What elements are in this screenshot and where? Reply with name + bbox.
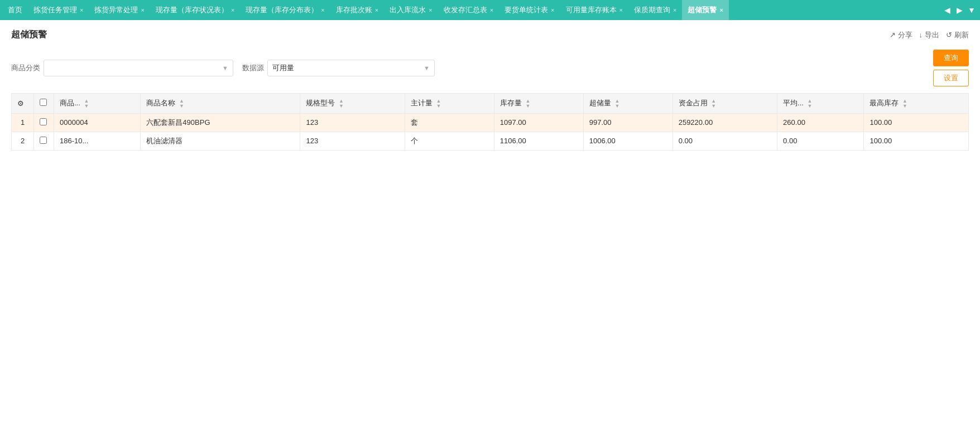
nav-item-------[interactable]: 拣货异常处理× xyxy=(89,0,150,20)
datasource-filter-group: 数据源 可用量 ▼ xyxy=(242,60,435,76)
td-checkbox[interactable] xyxy=(34,132,54,150)
datasource-value: 可用量 xyxy=(272,63,294,73)
close-tab-icon[interactable]: × xyxy=(429,7,432,13)
table-row: 2186-10...机油滤清器123个1106.001006.000.000.0… xyxy=(12,132,969,150)
nav-item------[interactable]: 保质期查询× xyxy=(628,0,682,20)
td-spec: 123 xyxy=(300,113,405,132)
td-name: 六配套新昌490BPG xyxy=(141,113,300,132)
td-capital: 0.00 xyxy=(672,132,777,150)
share-icon: ↗ xyxy=(890,31,896,39)
query-button[interactable]: 查询 xyxy=(933,50,969,66)
nav-prev-button[interactable]: ◀ xyxy=(941,0,953,20)
close-tab-icon[interactable]: × xyxy=(490,7,493,13)
top-navigation: 首页拣货任务管理×拣货异常处理×现存量（库存状况表）×现存量（库存分布表）×库存… xyxy=(0,0,980,20)
nav-item-label: 现存量（库存分布表） xyxy=(246,5,318,15)
data-table: ⚙ 商品... ▲▼ 商品名称 ▲▼ 规格型号 ▲▼ 主计 xyxy=(11,93,969,151)
nav-item-------[interactable]: 收发存汇总表× xyxy=(438,0,499,20)
td-index: 1 xyxy=(12,113,34,132)
th-spec[interactable]: 规格型号 ▲▼ xyxy=(300,94,405,114)
th-settings[interactable]: ⚙ xyxy=(12,94,34,114)
sort-name-icon: ▲▼ xyxy=(179,99,184,109)
td-avg: 260.00 xyxy=(777,113,864,132)
close-tab-icon[interactable]: × xyxy=(551,7,554,13)
th-code[interactable]: 商品... ▲▼ xyxy=(54,94,141,114)
nav-item-----[interactable]: 超储预警× xyxy=(682,0,728,20)
refresh-icon: ↺ xyxy=(946,31,952,39)
sort-capital-icon: ▲▼ xyxy=(711,99,716,109)
th-maxstock[interactable]: 最高库存 ▲▼ xyxy=(864,94,969,114)
td-name: 机油滤清器 xyxy=(141,132,300,150)
td-unit: 套 xyxy=(405,113,494,132)
filter-row: 商品分类 ▼ 数据源 可用量 ▼ 查询 设置 xyxy=(11,50,969,86)
export-icon: ↓ xyxy=(919,31,923,39)
th-avg[interactable]: 平均... ▲▼ xyxy=(777,94,864,114)
close-tab-icon[interactable]: × xyxy=(719,7,723,13)
datasource-select[interactable]: 可用量 ▼ xyxy=(267,60,435,76)
close-tab-icon[interactable]: × xyxy=(375,7,378,13)
nav-item-----------[interactable]: 现存量（库存状况表）× xyxy=(150,0,240,20)
close-tab-icon[interactable]: × xyxy=(231,7,234,13)
th-checkbox[interactable] xyxy=(34,94,54,114)
td-stock: 1097.00 xyxy=(494,113,583,132)
td-spec: 123 xyxy=(300,132,405,150)
sort-stock-icon: ▲▼ xyxy=(525,99,530,109)
nav-item-label: 收发存汇总表 xyxy=(444,5,487,15)
nav-item---[interactable]: 首页 xyxy=(2,0,28,20)
table-header-row: ⚙ 商品... ▲▼ 商品名称 ▲▼ 规格型号 ▲▼ 主计 xyxy=(12,94,969,114)
th-stock[interactable]: 库存量 ▲▼ xyxy=(494,94,583,114)
nav-item-----------[interactable]: 现存量（库存分布表）× xyxy=(240,0,330,20)
nav-item------[interactable]: 库存批次账× xyxy=(330,0,384,20)
title-actions: ↗ 分享 ↓ 导出 ↺ 刷新 xyxy=(890,30,969,40)
sort-unit-icon: ▲▼ xyxy=(436,99,441,109)
nav-item-label: 超储预警 xyxy=(688,5,717,15)
nav-item------[interactable]: 出入库流水× xyxy=(384,0,438,20)
nav-next-button[interactable]: ▶ xyxy=(953,0,965,20)
td-overflow: 1006.00 xyxy=(583,132,672,150)
nav-more-button[interactable]: ▼ xyxy=(965,0,978,20)
nav-item--------[interactable]: 可用量库存账本× xyxy=(560,0,628,20)
nav-item-------[interactable]: 要货单统计表× xyxy=(499,0,560,20)
category-filter-group: 商品分类 ▼ xyxy=(11,60,233,76)
sort-avg-icon: ▲▼ xyxy=(808,99,813,109)
nav-item-label: 保质期查询 xyxy=(634,5,670,15)
td-avg: 0.00 xyxy=(777,132,864,150)
page-title: 超储预警 xyxy=(11,29,47,41)
gear-icon: ⚙ xyxy=(17,99,24,108)
select-all-checkbox[interactable] xyxy=(40,99,47,106)
td-maxstock: 100.00 xyxy=(864,132,969,150)
th-overflow[interactable]: 超储量 ▲▼ xyxy=(583,94,672,114)
set-button[interactable]: 设置 xyxy=(933,70,969,86)
sort-spec-icon: ▲▼ xyxy=(339,99,344,109)
td-checkbox[interactable] xyxy=(34,113,54,132)
export-button[interactable]: ↓ 导出 xyxy=(919,30,940,40)
td-code: 0000004 xyxy=(54,113,141,132)
nav-item-label: 可用量库存账本 xyxy=(566,5,617,15)
share-button[interactable]: ↗ 分享 xyxy=(890,30,912,40)
close-tab-icon[interactable]: × xyxy=(141,7,144,13)
nav-item-label: 拣货异常处理 xyxy=(94,5,138,15)
refresh-button[interactable]: ↺ 刷新 xyxy=(946,30,969,40)
close-tab-icon[interactable]: × xyxy=(321,7,324,13)
th-name[interactable]: 商品名称 ▲▼ xyxy=(141,94,300,114)
row-checkbox[interactable] xyxy=(40,118,47,125)
nav-item-label: 出入库流水 xyxy=(390,5,426,15)
close-tab-icon[interactable]: × xyxy=(673,7,676,13)
close-tab-icon[interactable]: × xyxy=(80,7,83,13)
td-code: 186-10... xyxy=(54,132,141,150)
nav-item-label: 库存批次账 xyxy=(336,5,372,15)
datasource-label: 数据源 xyxy=(242,63,264,73)
category-select[interactable]: ▼ xyxy=(44,60,233,76)
nav-item-label: 首页 xyxy=(8,5,22,15)
sort-maxstock-icon: ▲▼ xyxy=(902,99,907,109)
td-stock: 1106.00 xyxy=(494,132,583,150)
sort-code-icon: ▲▼ xyxy=(84,99,89,109)
nav-item-------[interactable]: 拣货任务管理× xyxy=(28,0,89,20)
nav-item-label: 要货单统计表 xyxy=(505,5,548,15)
close-tab-icon[interactable]: × xyxy=(619,7,623,13)
td-maxstock: 100.00 xyxy=(864,113,969,132)
content-area: 超储预警 ↗ 分享 ↓ 导出 ↺ 刷新 商品分类 ▼ 数据源 xyxy=(0,20,980,159)
td-overflow: 997.00 xyxy=(583,113,672,132)
row-checkbox[interactable] xyxy=(40,137,47,144)
th-capital[interactable]: 资金占用 ▲▼ xyxy=(672,94,777,114)
th-unit[interactable]: 主计量 ▲▼ xyxy=(405,94,494,114)
